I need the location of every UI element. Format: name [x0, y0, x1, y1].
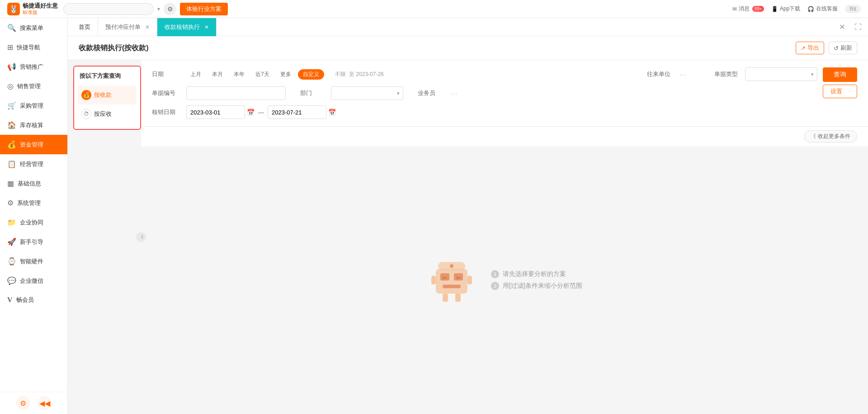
sidebar-item-inventory[interactable]: 🏠 库存核算 — [0, 115, 67, 135]
date-last-7days-btn[interactable]: 近7天 — [251, 69, 274, 80]
empty-tip-1: 1 请先选择要分析的方案 — [491, 270, 582, 278]
svg-point-9 — [450, 264, 453, 268]
page-title: 收款核销执行(按收款) — [79, 43, 149, 53]
filter-row-2: 单据编号 部门 业务员 ··· — [152, 86, 817, 100]
verify-date-start-calendar-icon[interactable]: 📅 — [247, 109, 255, 116]
sidebar-item-member[interactable]: V 畅会员 — [0, 290, 67, 309]
business-icon: 📋 — [7, 160, 16, 168]
member-icon: V — [7, 296, 13, 304]
tab-expand-icon[interactable]: ⛶ — [852, 21, 864, 33]
sidebar-item-enterprise[interactable]: 📁 企业协同 — [0, 213, 67, 232]
top-bar-right: ✉ 消息 99+ 📱 App下载 🎧 在线客服 Rit — [732, 5, 861, 13]
filter-row-3: 核销日期 📅 — 📅 — [152, 105, 817, 119]
quick-nav-icon: ⊞ — [7, 43, 13, 52]
solution-button[interactable]: 体验行业方案 — [180, 3, 228, 15]
salesman-group: 业务员 ··· — [418, 89, 460, 97]
filter-option-by-receipt[interactable]: 💰 按收款 — [78, 86, 137, 105]
svg-rect-4 — [431, 276, 436, 285]
date-this-year-btn[interactable]: 本年 — [230, 69, 249, 80]
marketing-icon: 📢 — [7, 62, 16, 71]
filter-form-inner: 日期 上月 本月 本年 近7天 更多 自定义 — [152, 67, 857, 119]
date-unlimited-text: 不限 至 2023-07-26 — [335, 71, 384, 78]
settings-icon[interactable]: ⚙ — [164, 3, 176, 15]
date-custom-btn[interactable]: 自定义 — [298, 69, 324, 80]
settings-button[interactable]: 设置 — [823, 85, 857, 98]
tab-bar-actions: ✕ ⛶ — [835, 21, 864, 33]
top-search-input[interactable] — [63, 3, 154, 15]
sidebar-item-purchase[interactable]: 🛒 采购管理 — [0, 96, 67, 115]
tab-prepay-close[interactable]: ✕ — [145, 24, 150, 30]
date-label: 日期 — [152, 70, 179, 78]
sidebar-item-basic-info[interactable]: ▦ 基础信息 — [0, 174, 67, 193]
svg-rect-5 — [467, 276, 472, 285]
sidebar-item-system[interactable]: ⚙ 系统管理 — [0, 193, 67, 213]
date-this-month-btn[interactable]: 本月 — [208, 69, 227, 80]
tab-close-all-icon[interactable]: ✕ — [835, 21, 848, 33]
empty-illustration — [427, 255, 476, 305]
empty-tip-2: 2 用[过滤]条件来缩小分析范围 — [491, 282, 582, 290]
main-layout: 🔍 搜索菜单 ⊞ 快捷导航 📢 营销推广 ◎ 销售管理 🛒 采购管理 🏠 库存核… — [0, 18, 868, 414]
date-last-month-btn[interactable]: 上月 — [186, 69, 205, 80]
filter-rows-group: 日期 上月 本月 本年 近7天 更多 自定义 — [152, 67, 817, 119]
export-button[interactable]: ↗ 导出 — [796, 42, 824, 54]
export-icon: ↗ — [801, 45, 806, 52]
svg-rect-3 — [443, 285, 461, 288]
app-logo: 🐰 畅捷通好生意 标准版 — [7, 2, 58, 15]
user-avatar[interactable]: Rit — [845, 5, 861, 13]
sidebar-item-corp-wechat[interactable]: 💬 企业微信 — [0, 271, 67, 290]
svg-rect-0 — [436, 269, 467, 294]
sidebar-item-marketing[interactable]: 📢 营销推广 — [0, 57, 67, 76]
verify-date-end-input[interactable] — [268, 105, 326, 119]
logo-icon: 🐰 — [7, 3, 20, 15]
filter-form: 日期 上月 本月 本年 近7天 更多 自定义 — [141, 60, 868, 127]
tab-receipt-close[interactable]: ✕ — [204, 24, 209, 30]
sidebar-item-search-menu[interactable]: 🔍 搜索菜单 — [0, 18, 67, 38]
tab-receipt[interactable]: 收款核销执行 ✕ — [157, 18, 217, 36]
mobile-icon: 📱 — [771, 6, 778, 12]
sidebar-bottom: ⚙ ◀◀ — [0, 392, 67, 414]
dept-select-wrapper — [331, 86, 403, 100]
enterprise-icon: 📁 — [7, 218, 16, 227]
verify-date-label: 核销日期 — [152, 108, 179, 116]
online-service-button[interactable]: 🎧 在线客服 — [807, 5, 838, 13]
doc-type-select[interactable] — [745, 67, 817, 81]
sidebar-settings-button[interactable]: ⚙ — [16, 396, 30, 410]
svg-rect-1 — [440, 273, 449, 281]
salesman-dots: ··· — [448, 90, 460, 97]
date-shortcuts: 上月 本月 本年 近7天 更多 自定义 — [186, 69, 324, 80]
sidebar-item-finance[interactable]: 💰 资金管理 — [0, 135, 67, 154]
verify-date-start-input[interactable] — [186, 105, 245, 119]
sidebar-item-beginner[interactable]: 🚀 新手引导 — [0, 232, 67, 252]
message-icon: ✉ — [732, 6, 737, 12]
collapse-conditions-button[interactable]: 《 收起更多条件 — [804, 130, 857, 143]
verify-date-range: 📅 — 📅 — [186, 105, 336, 119]
dept-select[interactable] — [331, 86, 403, 100]
refresh-button[interactable]: ↺ 刷新 — [829, 42, 857, 54]
top-bar: 🐰 畅捷通好生意 标准版 ▾ ⚙ 体验行业方案 ✉ 消息 99+ 📱 App下载… — [0, 0, 868, 18]
filter-row-1: 日期 上月 本月 本年 近7天 更多 自定义 — [152, 67, 817, 81]
tab-home[interactable]: 首页 — [71, 18, 98, 36]
filter-sidebar-title: 按以下方案查询 — [78, 72, 137, 80]
beginner-icon: 🚀 — [7, 238, 16, 246]
doc-type-label: 单据类型 — [714, 70, 741, 78]
search-menu-icon: 🔍 — [7, 24, 16, 32]
tab-prepay[interactable]: 预付冲应付单 ✕ — [98, 18, 157, 36]
refresh-icon: ↺ — [834, 45, 839, 52]
search-chevron-icon: ▾ — [157, 6, 160, 12]
sidebar-item-sales[interactable]: ◎ 销售管理 — [0, 76, 67, 96]
sidebar-item-quick-nav[interactable]: ⊞ 快捷导航 — [0, 38, 67, 57]
sidebar-collapse-button[interactable]: ◀◀ — [38, 396, 52, 410]
app-download-button[interactable]: 📱 App下载 — [771, 5, 800, 13]
query-button[interactable]: 查询 — [823, 67, 857, 82]
filter-sidebar-collapse-button[interactable]: 《 — [136, 232, 146, 242]
verify-date-end-calendar-icon[interactable]: 📅 — [328, 109, 336, 116]
sales-icon: ◎ — [7, 82, 14, 90]
date-more-btn[interactable]: 更多 — [276, 69, 295, 80]
doc-no-input[interactable] — [186, 86, 286, 100]
finance-icon: 💰 — [7, 140, 16, 149]
sidebar-item-smart-hw[interactable]: ⌚ 智能硬件 — [0, 252, 67, 271]
filter-option-by-receivable[interactable]: ⏱ 按应收 — [78, 105, 137, 124]
sidebar-item-business[interactable]: 📋 经营管理 — [0, 154, 67, 174]
header-actions: ↗ 导出 ↺ 刷新 — [796, 42, 857, 54]
messages-button[interactable]: ✉ 消息 99+ — [732, 5, 764, 13]
